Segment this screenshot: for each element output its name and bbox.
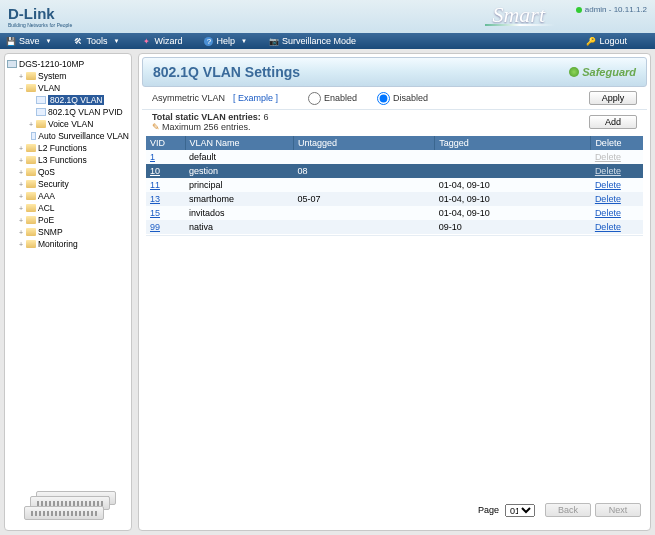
expand-icon[interactable]: + [17,241,25,248]
menu-help[interactable]: ?Help▼ [204,36,246,46]
add-button[interactable]: Add [589,115,637,129]
sidebar: DGS-1210-10MP +System −VLAN 802.1Q VLAN … [4,53,132,531]
tree-security-label: Security [38,179,69,189]
expand-icon[interactable]: + [17,229,25,236]
menu-wizard-label: Wizard [154,36,182,46]
caret-icon: ▼ [113,38,119,44]
radio-disabled-input[interactable] [377,92,390,105]
tree-aaa[interactable]: +AAA [7,190,129,202]
next-button[interactable]: Next [595,503,641,517]
cell-delete: Delete [591,192,643,206]
tree-monitoring[interactable]: +Monitoring [7,238,129,250]
tree-l3[interactable]: +L3 Functions [7,154,129,166]
menu-wizard[interactable]: ✦Wizard [141,36,182,46]
tree-device[interactable]: DGS-1210-10MP [7,58,129,70]
brand-tagline: Building Networks for People [8,22,72,28]
tree-qos[interactable]: +QoS [7,166,129,178]
tree-monitoring-label: Monitoring [38,239,78,249]
page-select[interactable]: 01 [505,504,535,517]
expand-icon[interactable]: + [17,205,25,212]
tree-poe-label: PoE [38,215,54,225]
menubar: 💾Save▼ 🛠Tools▼ ✦Wizard ?Help▼ 📷Surveilla… [0,33,655,49]
expand-icon[interactable]: + [17,169,25,176]
tree-poe[interactable]: +PoE [7,214,129,226]
expand-icon[interactable]: + [17,157,25,164]
brand-name: D-Link [8,5,72,22]
tree-snmp[interactable]: +SNMP [7,226,129,238]
cell-name: principal [185,178,294,192]
tree-vlan-pvid-label: 802.1Q VLAN PVID [48,107,123,117]
menu-surveillance-label: Surveillance Mode [282,36,356,46]
tree-snmp-label: SNMP [38,227,63,237]
example-link[interactable]: [ Example ] [233,93,278,103]
cell-vid: 13 [146,192,185,206]
tree-security[interactable]: +Security [7,178,129,190]
delete-link: Delete [595,152,621,162]
cell-untagged [294,150,435,164]
caret-icon: ▼ [46,38,52,44]
page-icon [31,132,36,140]
switch-icon [24,506,104,520]
menu-tools[interactable]: 🛠Tools▼ [73,36,119,46]
delete-link[interactable]: Delete [595,180,621,190]
logout-icon: 🔑 [586,36,596,46]
expand-icon[interactable]: + [17,181,25,188]
folder-icon [26,168,36,176]
expand-icon[interactable]: + [17,145,25,152]
tree-system[interactable]: +System [7,70,129,82]
folder-icon [26,228,36,236]
cell-tagged [435,150,591,164]
tree-vlan-voice[interactable]: +Voice VLAN [7,118,129,130]
delete-link[interactable]: Delete [595,194,621,204]
table-row[interactable]: 10gestion08Delete [146,164,643,178]
tree-l2[interactable]: +L2 Functions [7,142,129,154]
table-row[interactable]: 99nativa09-10Delete [146,220,643,234]
device-icon [7,60,17,68]
cell-delete: Delete [591,164,643,178]
tree-vlan-auto-label: Auto Surveillance VLAN [38,131,129,141]
entries-info: Total static VLAN entries: 6 ✎Maximum 25… [142,110,647,136]
camera-icon: 📷 [269,36,279,46]
table-row[interactable]: 13smarthome05-0701-04, 09-10Delete [146,192,643,206]
tree-vlan[interactable]: −VLAN [7,82,129,94]
vid-link[interactable]: 1 [150,152,155,162]
cell-vid: 11 [146,178,185,192]
pencil-icon: ✎ [152,122,160,132]
menu-logout[interactable]: 🔑Logout [586,36,627,46]
cell-untagged [294,178,435,192]
table-row[interactable]: 11principal01-04, 09-10Delete [146,178,643,192]
table-row[interactable]: 15invitados01-04, 09-10Delete [146,206,643,220]
tree-system-label: System [38,71,66,81]
app-header: D-Link Building Networks for People Smar… [0,0,655,33]
tree-vlan-q[interactable]: 802.1Q VLAN [7,94,129,106]
vid-link[interactable]: 13 [150,194,160,204]
expand-icon[interactable]: + [17,193,25,200]
menu-save[interactable]: 💾Save▼ [6,36,51,46]
vid-link[interactable]: 11 [150,180,160,190]
expand-icon[interactable]: + [17,73,25,80]
tree-acl[interactable]: +ACL [7,202,129,214]
apply-button[interactable]: Apply [589,91,637,105]
menu-surveillance[interactable]: 📷Surveillance Mode [269,36,356,46]
back-button[interactable]: Back [545,503,591,517]
radio-enabled-input[interactable] [308,92,321,105]
tree-l3-label: L3 Functions [38,155,87,165]
table-row[interactable]: 1defaultDelete [146,150,643,164]
vid-link[interactable]: 15 [150,208,160,218]
collapse-icon[interactable]: − [17,85,25,92]
delete-link[interactable]: Delete [595,208,621,218]
radio-enabled[interactable]: Enabled [308,92,357,105]
max-note: Maximum 256 entries. [162,122,251,132]
expand-icon[interactable]: + [17,217,25,224]
cell-untagged [294,220,435,234]
expand-icon[interactable]: + [27,121,35,128]
help-icon: ? [204,37,213,46]
tree-vlan-auto[interactable]: Auto Surveillance VLAN [7,130,129,142]
vid-link[interactable]: 10 [150,166,160,176]
delete-link[interactable]: Delete [595,222,621,232]
cell-untagged [294,206,435,220]
vid-link[interactable]: 99 [150,222,160,232]
radio-disabled[interactable]: Disabled [377,92,428,105]
safeguard-badge: Safeguard [569,66,636,78]
tree-vlan-pvid[interactable]: 802.1Q VLAN PVID [7,106,129,118]
